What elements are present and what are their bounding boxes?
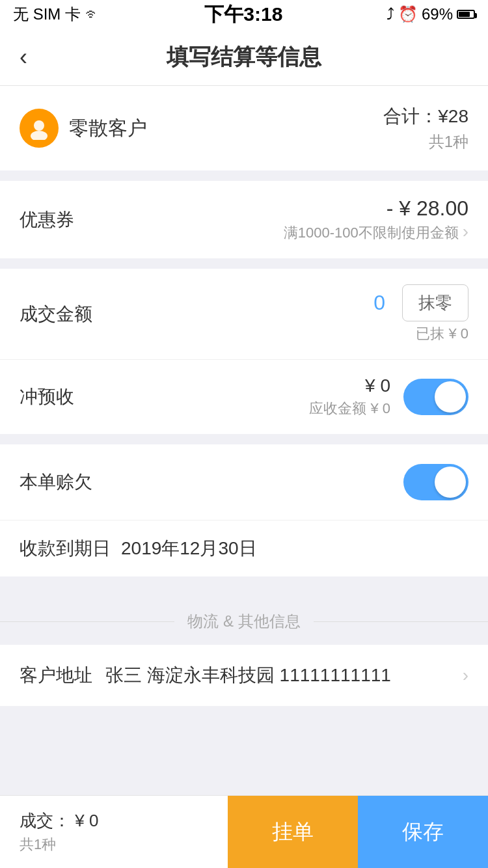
coupon-right: - ¥ 28.00 满1000-100不限制使用金额 › [284,197,468,243]
prereceive-amounts: ¥ 0 应收金额 ¥ 0 [309,375,390,418]
credit-row: 本单赊欠 [0,444,488,520]
address-label: 客户地址 [20,663,92,688]
prereceive-amount: ¥ 0 [309,375,390,396]
deal-amount-value: 0 [373,291,385,315]
credit-date-value: 2019年12月30日 [121,536,257,561]
deal-amount-section: 成交金额 0 抹零 已抹 ¥ 0 冲预收 ¥ 0 应收金额 ¥ 0 [0,269,488,434]
prereceive-sub: 应收金额 ¥ 0 [309,399,390,418]
content-area: 零散客户 合计：¥28 共1种 优惠券 - ¥ 28.00 满1000-100不… [0,86,488,868]
bottom-count: 共1种 [20,835,208,854]
coupon-discount: - ¥ 28.00 [284,197,468,221]
prereceive-row: 冲预收 ¥ 0 应收金额 ¥ 0 [0,360,488,434]
prereceive-label: 冲预收 [20,385,74,409]
location-icon: ⤴ [386,5,394,23]
sim-label: 无 SIM 卡 ᯤ [13,4,101,25]
credit-date-label: 收款到期日 [20,536,111,561]
page-title: 填写结算等信息 [167,42,321,72]
address-row[interactable]: 客户地址 张三 海淀永丰科技园 11111111111 › [0,645,488,706]
coupon-section[interactable]: 优惠券 - ¥ 28.00 满1000-100不限制使用金额 › [0,181,488,258]
deal-amount-group: 0 抹零 已抹 ¥ 0 [373,284,468,344]
customer-left: 零散客户 [20,109,147,148]
save-button[interactable]: 保存 [358,796,488,869]
status-left: 无 SIM 卡 ᯤ [13,4,101,25]
status-bar: 无 SIM 卡 ᯤ 下午3:18 ⤴ ⏰ 69% [0,0,488,29]
round-zero-button[interactable]: 抹零 [402,284,468,321]
chevron-right-icon: › [463,221,468,242]
prereceive-right: ¥ 0 应收金额 ¥ 0 [309,375,468,418]
toggle-thumb [435,381,466,413]
chevron-right-address-icon: › [463,665,468,686]
coupon-label: 优惠券 [20,208,74,232]
credit-label: 本单赊欠 [20,470,92,495]
prereceive-toggle[interactable] [403,379,468,415]
credit-toggle[interactable] [403,464,468,500]
divider [0,587,488,597]
bottom-deal-label: 成交： ¥ 0 [20,809,208,832]
logistics-header: 物流 & 其他信息 [0,597,488,645]
credit-date-row: 收款到期日 2019年12月30日 [0,520,488,576]
svg-point-0 [34,120,44,131]
nav-bar: ‹ 填写结算等信息 [0,29,488,86]
bottom-summary: 成交： ¥ 0 共1种 [0,809,228,854]
avatar [20,109,59,148]
battery-icon [457,10,475,19]
hang-single-button[interactable]: 挂单 [228,796,358,869]
address-chevron: › [459,665,468,686]
status-right: ⤴ ⏰ 69% [386,5,475,23]
battery-label: 69% [422,5,453,23]
logistics-title: 物流 & 其他信息 [174,612,313,630]
customer-name: 零散客户 [69,115,147,142]
deal-amount-row: 成交金额 0 抹零 已抹 ¥ 0 [0,269,488,360]
back-button[interactable]: ‹ [20,44,27,71]
alarm-icon: ⏰ [398,5,418,23]
customer-row: 零散客户 合计：¥28 共1种 [0,86,488,170]
total-amount: 合计：¥28 [383,104,468,129]
deal-amount-sub: 已抹 ¥ 0 [416,324,468,344]
status-time: 下午3:18 [204,1,282,28]
toggle-thumb-credit [435,467,466,498]
deal-amount-right: 0 抹零 已抹 ¥ 0 [373,284,468,344]
coupon-desc: 满1000-100不限制使用金额 [284,223,459,243]
svg-point-1 [31,131,47,140]
avatar-icon [27,116,51,140]
credit-section: 本单赊欠 收款到期日 2019年12月30日 [0,444,488,576]
address-value: 张三 海淀永丰科技园 11111111111 [105,663,459,688]
deal-amount-label: 成交金额 [20,302,92,327]
customer-summary: 合计：¥28 共1种 [383,104,468,152]
bottom-bar: 成交： ¥ 0 共1种 挂单 保存 [0,795,488,868]
total-count: 共1种 [383,131,468,152]
